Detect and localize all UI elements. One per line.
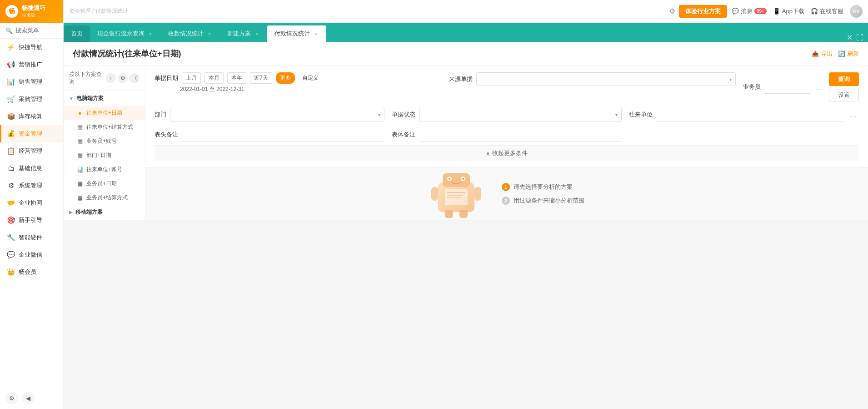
sidebar-search[interactable]: 🔍 搜索菜单 bbox=[0, 23, 63, 39]
filter-cell-source: 来源单据 ▾ bbox=[449, 72, 736, 86]
date-btn-custom[interactable]: 自定义 bbox=[299, 73, 322, 83]
dept-select[interactable]: ▾ bbox=[170, 108, 384, 121]
sidebar-item-operations[interactable]: 📋 经营管理 bbox=[0, 142, 63, 160]
date-btn-last-month[interactable]: 上月 bbox=[182, 72, 201, 84]
sidebar-item-sales[interactable]: 📊 销售管理 bbox=[0, 73, 63, 91]
collapse-sidebar-btn[interactable]: ◀ bbox=[22, 392, 35, 404]
scheme-settings-btn[interactable]: ⚙ bbox=[118, 73, 128, 83]
messages-icon: 💬 bbox=[732, 8, 739, 15]
scheme-item-partner-date[interactable]: ● 往来单位+日期 bbox=[64, 106, 145, 120]
tab-payment-stats[interactable]: 付款情况统计 × bbox=[267, 25, 326, 42]
scheme-item-dept-date[interactable]: ▦ 部门+日期 bbox=[64, 148, 145, 162]
export-btn[interactable]: 📤 导出 bbox=[812, 50, 833, 58]
settings-footer-btn[interactable]: ⚙ bbox=[5, 392, 18, 404]
scheme-item-icon-4: 📊 bbox=[76, 166, 84, 173]
sidebar-item-smart-hw[interactable]: 🔧 智能硬件 bbox=[0, 229, 63, 246]
online-support-label: 在线客服 bbox=[820, 7, 843, 15]
date-btn-more[interactable]: 更多 bbox=[276, 72, 295, 84]
app-download-btn[interactable]: 📱 App下载 bbox=[773, 7, 804, 15]
collapse-more-btn[interactable]: ∧ 收起更多条件 bbox=[155, 145, 859, 161]
scheme-add-btn[interactable]: + bbox=[106, 73, 116, 83]
empty-illustration bbox=[429, 169, 484, 219]
messages-btn[interactable]: 💬 消息 99+ bbox=[732, 7, 767, 15]
scheme-item-label: 业务员+日期 bbox=[86, 180, 117, 187]
filter-results-area: 单据日期 上月 本月 本年 近7天 更多 自定义 2022-01-01 至 20… bbox=[145, 66, 868, 220]
date-btn-this-year[interactable]: 本年 bbox=[227, 72, 246, 84]
tab-new-scheme[interactable]: 新建方案 × bbox=[220, 25, 267, 42]
date-btn-last-7days[interactable]: 近7天 bbox=[250, 72, 272, 84]
partner-label: 往来单位 bbox=[629, 111, 653, 119]
export-icon: 📤 bbox=[812, 50, 819, 57]
svg-rect-8 bbox=[445, 210, 453, 218]
collapse-up-icon: ∧ bbox=[486, 150, 490, 157]
header-note-label: 表头备注 bbox=[155, 131, 178, 139]
body-note-input[interactable] bbox=[419, 128, 622, 141]
page-title: 付款情况统计(往来单位+日期) bbox=[73, 48, 181, 66]
empty-state: 1 请先选择要分析的方案 2 用过滤条件来缩小分析范围 bbox=[429, 169, 584, 219]
sidebar-item-label: 采购管理 bbox=[19, 95, 42, 103]
topbar-icons: 💬 消息 99+ 📱 App下载 🎧 在线客服 Rit bbox=[732, 5, 863, 18]
sidebar-item-finance[interactable]: 💰 资金管理 bbox=[0, 125, 63, 142]
try-industry-btn[interactable]: 体验行业方案 bbox=[679, 5, 727, 18]
sidebar-item-quick-nav[interactable]: ⚡ 快捷导航 bbox=[0, 39, 63, 56]
tab-income-stats[interactable]: 收款情况统计 × bbox=[161, 25, 220, 42]
tab-bank-flow[interactable]: 现金银行流水查询 × bbox=[90, 25, 161, 42]
status-select-arrow-icon: ▾ bbox=[615, 112, 618, 117]
tab-new-scheme-close[interactable]: × bbox=[254, 30, 260, 37]
sidebar-item-enterprise[interactable]: 🤝 企业协同 bbox=[0, 194, 63, 212]
logo-icon: 畅 bbox=[5, 5, 18, 18]
breadcrumb-text: 资金管理 / 付款情况统计 bbox=[69, 7, 128, 15]
tab-bank-flow-close[interactable]: × bbox=[147, 30, 154, 37]
scheme-item-icon-5: ▦ bbox=[76, 180, 84, 187]
refresh-btn[interactable]: 🔄 刷新 bbox=[838, 50, 859, 58]
query-btn[interactable]: 查询 bbox=[829, 72, 859, 86]
scheme-item-staff-account[interactable]: ▦ 业务员+账号 bbox=[64, 134, 145, 148]
scheme-group-desktop-title[interactable]: ▼ 电脑端方案 bbox=[64, 91, 145, 106]
scheme-item-staff-date[interactable]: ▦ 业务员+日期 bbox=[64, 177, 145, 191]
tab-close-all-btn[interactable]: ✕ bbox=[847, 33, 853, 42]
collapse-more-label: 收起更多条件 bbox=[492, 149, 528, 157]
hint-1-text: 请先选择要分析的方案 bbox=[514, 183, 573, 191]
sidebar-item-basic-info[interactable]: 🗂 基础信息 bbox=[0, 160, 63, 177]
scheme-item-partner-settle[interactable]: ▦ 往来单位+结算方式 bbox=[64, 120, 145, 134]
export-label: 导出 bbox=[821, 50, 833, 58]
topbar-settings-icon[interactable]: ⚙ bbox=[669, 7, 675, 15]
header-note-input[interactable] bbox=[182, 128, 384, 141]
scheme-item-staff-settle[interactable]: ▦ 业务员+结算方式 bbox=[64, 191, 145, 205]
app-download-label: App下载 bbox=[782, 7, 804, 15]
tab-payment-stats-close[interactable]: × bbox=[313, 30, 319, 37]
tab-income-stats-close[interactable]: × bbox=[206, 30, 213, 37]
status-select[interactable]: ▾ bbox=[419, 108, 622, 121]
smart-hw-icon: 🔧 bbox=[7, 233, 15, 242]
sidebar-item-purchase[interactable]: 🛒 采购管理 bbox=[0, 91, 63, 108]
online-support-btn[interactable]: 🎧 在线客服 bbox=[811, 7, 843, 15]
sidebar-item-membership[interactable]: 👑 畅会员 bbox=[0, 263, 63, 281]
scheme-item-label: 业务员+账号 bbox=[86, 137, 117, 145]
partner-dots[interactable]: … bbox=[847, 110, 859, 120]
purchase-icon: 🛒 bbox=[7, 95, 15, 103]
filter-settings-btn[interactable]: 设置 bbox=[829, 88, 859, 101]
sidebar-item-marketing[interactable]: 📢 营销推广 bbox=[0, 56, 63, 73]
staff-dots[interactable]: … bbox=[813, 82, 825, 92]
membership-icon: 👑 bbox=[7, 268, 15, 276]
partner-input[interactable] bbox=[656, 108, 843, 121]
scheme-item-label: 往来单位+结算方式 bbox=[86, 123, 133, 131]
filter-cell-date: 单据日期 上月 本月 本年 近7天 更多 自定义 2022-01-01 至 20… bbox=[155, 72, 442, 93]
scheme-group-mobile: ▶ 移动端方案 bbox=[64, 205, 145, 220]
sidebar-item-inventory[interactable]: 📦 库存核算 bbox=[0, 108, 63, 125]
scheme-item-partner-account[interactable]: 📊 往来单位+账号 bbox=[64, 162, 145, 177]
filter-row-1: 单据日期 上月 本月 本年 近7天 更多 自定义 2022-01-01 至 20… bbox=[155, 72, 859, 101]
staff-input[interactable] bbox=[764, 80, 810, 94]
source-select[interactable]: ▾ bbox=[476, 72, 736, 86]
sidebar-item-enterprise-wechat[interactable]: 💬 企业微信 bbox=[0, 246, 63, 263]
avatar[interactable]: Rit bbox=[850, 5, 863, 18]
scheme-collapse-btn[interactable]: 《 bbox=[130, 73, 140, 83]
date-btn-this-month[interactable]: 本月 bbox=[205, 72, 224, 84]
tab-maximize-btn[interactable]: ⛶ bbox=[856, 34, 863, 42]
sidebar-item-guide[interactable]: 🎯 新手引导 bbox=[0, 212, 63, 229]
sidebar-item-system[interactable]: ⚙ 系统管理 bbox=[0, 177, 63, 194]
scheme-group-mobile-title[interactable]: ▶ 移动端方案 bbox=[64, 205, 145, 220]
body-layout: 按以下方案查询 + ⚙ 《 ▼ 电脑端方案 ● 往来 bbox=[64, 66, 868, 220]
sidebar-item-label: 智能硬件 bbox=[19, 233, 42, 242]
tab-home[interactable]: 首页 bbox=[64, 25, 90, 42]
